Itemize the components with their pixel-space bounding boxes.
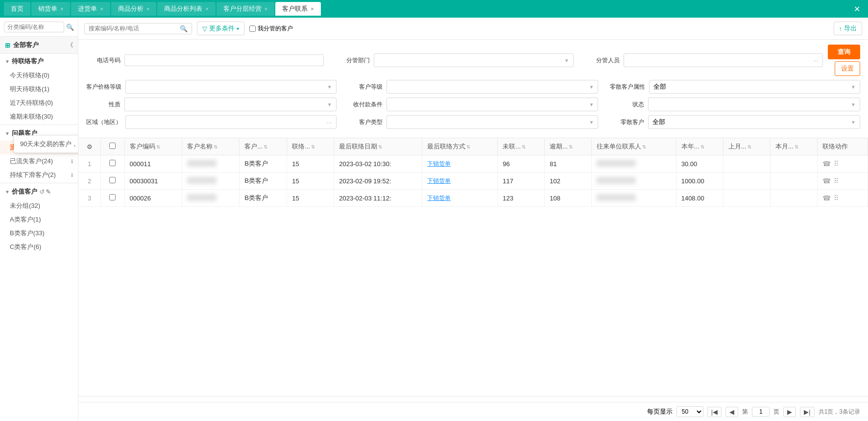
sidebar-search-input[interactable]	[4, 22, 64, 32]
price-level-select[interactable]: ▼	[125, 80, 337, 94]
sidebar-item-today[interactable]: 今天待联络(0)	[0, 69, 78, 82]
sidebar-collapse-btn[interactable]: 《	[67, 41, 73, 50]
next-page-btn[interactable]: ▶	[783, 407, 796, 417]
sort-last-method[interactable]: ⇅	[466, 144, 470, 149]
sidebar-item-unclassified[interactable]: 未分组(32)	[0, 199, 78, 213]
refresh-icon[interactable]: ↺	[39, 188, 45, 196]
sidebar-search-row: 🔍	[0, 18, 78, 37]
gender-select[interactable]: ▼	[124, 98, 337, 111]
status-select[interactable]: ▼	[648, 98, 860, 111]
prev-page-btn[interactable]: ◀	[725, 407, 738, 417]
close-tab-purchase[interactable]: ×	[100, 6, 103, 12]
phone-input[interactable]	[124, 54, 324, 66]
sidebar-all-customers[interactable]: ⊞ 全部客户 《	[0, 37, 78, 54]
sidebar-item-class-a[interactable]: A类客户(1)	[0, 213, 78, 226]
divider-1	[0, 124, 78, 125]
sidebar-group-value[interactable]: ▼ 价值客户 ↺ ✎	[0, 184, 78, 199]
sidebar-item-tomorrow[interactable]: 明天待联络(1)	[0, 82, 78, 96]
sort-overdue[interactable]: ⇅	[569, 144, 573, 149]
sidebar-search-icon[interactable]: 🔍	[66, 24, 74, 31]
settings-col[interactable]: ⚙	[78, 138, 101, 155]
table-area: ⚙ 客户编码⇅ 客户名称⇅ 客户...⇅ 联络...⇅ 最后联络日期⇅ 最后联络…	[78, 138, 868, 396]
sort-last-month[interactable]: ⇅	[747, 144, 751, 149]
payment-select[interactable]: ▼	[386, 98, 599, 111]
dept-chevron: ▼	[564, 58, 569, 63]
more-icon-3[interactable]: ⠿	[834, 194, 839, 202]
sidebar-item-class-c[interactable]: C类客户(6)	[0, 240, 78, 254]
sidebar-item-class-b[interactable]: B类客户(33)	[0, 226, 78, 240]
row-this-year-3: 1408.00	[676, 190, 723, 207]
region-select[interactable]: ···	[125, 115, 337, 129]
sort-unit-contact[interactable]: ⇅	[642, 144, 646, 149]
customer-level-chevron: ▼	[589, 84, 594, 90]
tab-home[interactable]: 首页	[4, 2, 30, 16]
sidebar-item-churned[interactable]: 已流失客户(24) ℹ	[0, 154, 78, 168]
sidebar-item-overdue-contact[interactable]: 逾期未联络(30)	[0, 110, 78, 124]
action-icons-2: ☎ ⠿	[822, 177, 863, 185]
edit-icon[interactable]: ✎	[46, 188, 51, 196]
window-close-button[interactable]: ✕	[850, 4, 864, 14]
more-icon-1[interactable]: ⠿	[834, 160, 839, 168]
filter-cell-gender: 性质 ▼	[86, 98, 337, 111]
tab-customer-layered[interactable]: 客户分层经营 ×	[217, 2, 274, 16]
customer-level-select[interactable]: ▼	[386, 80, 599, 94]
more-icon-2[interactable]: ⠿	[834, 177, 839, 185]
sidebar-item-7days[interactable]: 近7天待联络(0)	[0, 96, 78, 110]
dept-select[interactable]: ▼	[374, 53, 573, 67]
sort-last-date[interactable]: ⇅	[378, 144, 382, 149]
horizontal-scrollbar[interactable]	[78, 396, 868, 402]
select-all-checkbox[interactable]	[109, 143, 116, 149]
close-tab-product-analysis-list[interactable]: ×	[205, 6, 208, 12]
zero-attr-select[interactable]: 全部 ▼	[649, 80, 860, 94]
sort-no-contact[interactable]: ⇅	[522, 144, 526, 149]
sort-type[interactable]: ⇅	[264, 144, 267, 149]
sort-contact[interactable]: ⇅	[311, 144, 315, 149]
row-checkbox-1[interactable]	[101, 155, 124, 173]
page-number-input[interactable]	[752, 407, 770, 417]
row-unit-contact-3	[592, 190, 676, 207]
sidebar-item-declining[interactable]: 持续下滑客户(2) ℹ	[0, 168, 78, 182]
sidebar: 🔍 ⊞ 全部客户 《 ▼ 待联络客户 今天待联络(0) 明天待联络(1) 近7天…	[0, 18, 78, 421]
close-tab-customer-contact[interactable]: ×	[311, 6, 313, 12]
last-page-btn[interactable]: ▶|	[800, 407, 814, 417]
row-overdue-3: 108	[545, 190, 592, 207]
tab-purchase-order[interactable]: 进货单 ×	[71, 2, 110, 16]
query-btn[interactable]: 查询	[828, 45, 860, 59]
call-icon-1[interactable]: ☎	[822, 160, 831, 168]
tab-customer-contact[interactable]: 客户联系 ×	[275, 2, 320, 16]
row-checkbox-3[interactable]	[101, 190, 124, 207]
more-conditions-btn[interactable]: ▽ 更多条件 ▾	[197, 22, 244, 35]
call-icon-3[interactable]: ☎	[822, 194, 831, 202]
tab-product-analysis-list[interactable]: 商品分析列表 ×	[157, 2, 215, 16]
customer-type-select[interactable]: ▼	[386, 115, 599, 129]
sidebar-group-pending[interactable]: ▼ 待联络客户	[0, 54, 78, 69]
first-page-btn[interactable]: |◀	[707, 407, 722, 417]
close-tab-sales[interactable]: ×	[60, 6, 63, 12]
close-tab-customer-layered[interactable]: ×	[265, 6, 267, 12]
call-icon-2[interactable]: ☎	[822, 177, 831, 185]
main-search-input[interactable]	[89, 25, 177, 32]
sort-code[interactable]: ⇅	[156, 144, 160, 149]
tab-product-analysis[interactable]: 商品分析 ×	[111, 2, 156, 16]
row-unit-contact-1	[592, 155, 676, 173]
manager-select[interactable]: ···	[624, 53, 823, 67]
manager-dots[interactable]: ···	[813, 57, 819, 64]
checkbox-col[interactable]	[101, 138, 124, 155]
sort-name[interactable]: ⇅	[214, 144, 217, 149]
info-icon-declining: ℹ	[71, 172, 73, 178]
zero-customer-select[interactable]: 全部 ▼	[648, 115, 860, 129]
settings-btn[interactable]: 设置	[835, 61, 860, 76]
search-icon[interactable]: 🔍	[180, 25, 188, 32]
my-customers-checkbox[interactable]	[249, 25, 256, 32]
row-checkbox-2[interactable]	[101, 173, 124, 190]
row-action-1: ☎ ⠿	[817, 155, 868, 173]
row-code-3: 000026	[124, 190, 182, 207]
close-tab-product-analysis[interactable]: ×	[146, 6, 149, 12]
region-dots[interactable]: ···	[327, 119, 332, 126]
sort-this-year[interactable]: ⇅	[700, 144, 704, 149]
filter-row-2: 客户价格等级 ▼ 客户等级 ▼ 零散客户属性 全部	[86, 80, 860, 94]
page-size-select[interactable]: 50 100 200	[676, 406, 703, 417]
sort-this-month[interactable]: ⇅	[795, 144, 798, 149]
tab-sales-order[interactable]: 销货单 ×	[31, 2, 70, 16]
export-btn[interactable]: ↑ 导出	[834, 22, 863, 35]
